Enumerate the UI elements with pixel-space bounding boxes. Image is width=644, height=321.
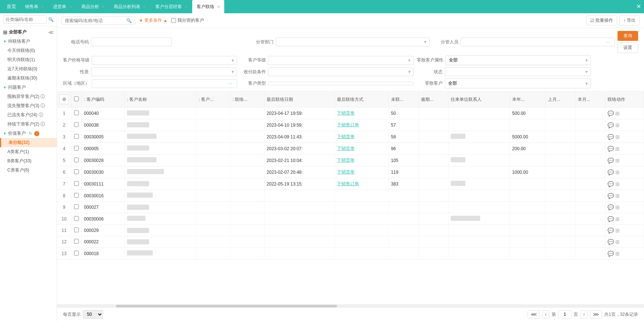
grid-action-icon[interactable]: ⊞ <box>615 193 620 199</box>
scrollbar-thumb[interactable] <box>116 305 337 307</box>
sidebar-item-today[interactable]: 今天待联络(0) <box>0 46 57 55</box>
group-pending-contact[interactable]: ▼ 待联络客户 <box>0 37 57 46</box>
grid-action-icon[interactable]: ⊞ <box>615 122 620 128</box>
chat-icon[interactable]: 💬 <box>608 134 614 140</box>
row-checkbox[interactable] <box>74 204 79 209</box>
method-link[interactable]: 下销货单 <box>337 158 355 163</box>
row-checkbox[interactable] <box>74 181 79 186</box>
chat-icon[interactable]: 💬 <box>608 169 614 175</box>
retail-customer-select[interactable]: 全部 ▾ <box>445 78 591 88</box>
sidebar-item-declining[interactable]: 持续下滑客户(2) ⓘ <box>0 120 57 129</box>
batch-ops-btn[interactable]: ☑ 批量操作 <box>586 15 617 25</box>
first-page-btn[interactable]: ⋘ <box>528 310 540 318</box>
grid-action-icon[interactable]: ⊞ <box>615 169 620 175</box>
method-link[interactable]: 下销售订单 <box>337 181 359 186</box>
method-link[interactable]: 下销货单 <box>337 169 355 174</box>
method-link[interactable]: 下销货单 <box>337 110 355 116</box>
sidebar-item-hoarding[interactable]: 囤购异常客户(2) ⓘ <box>0 92 57 101</box>
nature-select[interactable]: ▾ <box>91 67 237 76</box>
gear-btn[interactable]: ⚙ <box>59 95 69 104</box>
person-dots[interactable]: ··· <box>605 39 611 45</box>
price-grade-select[interactable]: ▾ <box>92 56 237 65</box>
row-checkbox[interactable] <box>74 216 79 221</box>
filter-search-input[interactable] <box>65 18 125 23</box>
nav-tab-analysis-list[interactable]: 商品分析列表 × <box>109 0 150 13</box>
row-checkbox[interactable] <box>74 251 79 255</box>
chat-icon[interactable]: 💬 <box>608 110 614 116</box>
phone-input[interactable] <box>91 38 172 46</box>
nav-tab-sales[interactable]: 销售单 × <box>21 0 48 13</box>
page-number-input[interactable] <box>558 310 571 318</box>
chat-icon[interactable]: 💬 <box>608 204 614 210</box>
row-checkbox[interactable] <box>74 227 79 232</box>
method-link[interactable]: 下销货单 <box>337 134 355 139</box>
close-sales-tab[interactable]: × <box>41 4 43 9</box>
grid-action-icon[interactable]: ⊞ <box>615 181 620 187</box>
sidebar-item-class-b[interactable]: B类客户(33) <box>0 156 57 166</box>
close-contact-tab[interactable]: × <box>217 4 219 9</box>
row-checkbox[interactable] <box>74 122 79 127</box>
page-size-select[interactable]: 50 100 200 <box>83 310 103 319</box>
grid-action-icon[interactable]: ⊞ <box>615 204 620 210</box>
select-all-checkbox[interactable] <box>74 96 79 101</box>
method-link[interactable]: 下销货单 <box>337 146 355 151</box>
chat-icon[interactable]: 💬 <box>608 158 614 163</box>
nav-home[interactable]: 首页 <box>3 3 20 10</box>
row-checkbox[interactable] <box>74 193 79 198</box>
refresh-value-icon[interactable]: ↻ <box>29 131 32 136</box>
chat-icon[interactable]: 💬 <box>608 193 614 199</box>
chat-icon[interactable]: 💬 <box>608 216 614 222</box>
grid-action-icon[interactable]: ⊞ <box>615 158 620 163</box>
chat-icon[interactable]: 💬 <box>608 239 614 245</box>
group-problem-customers[interactable]: ▼ 问题客户 <box>0 83 57 92</box>
chat-icon[interactable]: 💬 <box>608 181 614 187</box>
row-checkbox[interactable] <box>74 146 79 151</box>
chat-icon[interactable]: 💬 <box>608 227 614 233</box>
row-checkbox[interactable] <box>74 110 79 115</box>
filter-search-icon[interactable]: 🔍 <box>126 18 132 23</box>
sidebar-item-churn-warning[interactable]: 流失预警客户(3) ⓘ <box>0 101 57 110</box>
all-customers-header[interactable]: ⊞ 全部客户 ≪ <box>0 26 57 37</box>
close-segment-tab[interactable]: × <box>185 4 187 9</box>
nav-tab-purchase[interactable]: 进货单 × <box>49 0 76 13</box>
sidebar-item-overdue[interactable]: 逾期未联络(30) <box>0 74 57 83</box>
next-page-btn[interactable]: › <box>580 310 588 318</box>
close-purchase-tab[interactable]: × <box>69 4 71 9</box>
grid-action-icon[interactable]: ⊞ <box>615 146 620 152</box>
my-customers-filter[interactable]: 我分管的客户 <box>171 17 204 24</box>
last-page-btn[interactable]: ⋙ <box>590 310 602 318</box>
chat-icon[interactable]: 💬 <box>608 122 614 128</box>
horizontal-scrollbar[interactable] <box>57 304 644 307</box>
nav-tab-customer-segment[interactable]: 客户分层经客 × <box>151 0 191 13</box>
close-analysis-tab[interactable]: × <box>102 4 104 9</box>
row-checkbox[interactable] <box>74 134 79 139</box>
row-checkbox[interactable] <box>74 239 79 244</box>
retail-attr-select[interactable]: 全部 ▾ <box>446 55 591 65</box>
sidebar-item-ungroup[interactable]: 未分组(32) <box>0 138 57 147</box>
region-dots[interactable]: ··· <box>227 81 234 86</box>
payment-select[interactable]: ▾ <box>268 67 414 76</box>
grid-action-icon[interactable]: ⊞ <box>615 216 620 222</box>
customer-type-select[interactable] <box>268 82 414 85</box>
sidebar-item-class-c[interactable]: C类客户(6) <box>0 166 57 175</box>
sidebar-item-churned[interactable]: 已流失客户(24) ⓘ <box>0 110 57 120</box>
grid-action-icon[interactable]: ⊞ <box>615 251 620 257</box>
export-btn[interactable]: ↑ 导出 <box>619 15 640 25</box>
sidebar-item-tomorrow[interactable]: 明天待联络(1) <box>0 55 57 64</box>
region-select[interactable]: ··· <box>92 79 237 88</box>
prev-page-btn[interactable]: ‹ <box>542 310 549 318</box>
grade-select[interactable]: ▾ <box>268 56 414 65</box>
grid-action-icon[interactable]: ⊞ <box>615 110 620 116</box>
status-select[interactable]: ▾ <box>445 67 591 76</box>
grid-action-icon[interactable]: ⊞ <box>615 227 620 233</box>
sidebar-search-input[interactable] <box>3 15 47 24</box>
method-link[interactable]: 下销售订单 <box>337 122 359 127</box>
grid-action-icon[interactable]: ⊞ <box>615 134 620 140</box>
person-select[interactable]: ··· <box>461 38 615 46</box>
close-analysis-list-tab[interactable]: × <box>143 4 145 9</box>
reset-btn[interactable]: 设置 <box>617 42 638 53</box>
chat-icon[interactable]: 💬 <box>608 146 614 152</box>
window-close-btn[interactable]: ✕ <box>636 3 641 10</box>
my-customers-checkbox[interactable] <box>171 18 176 23</box>
confirm-btn[interactable]: 查询 <box>617 31 638 41</box>
